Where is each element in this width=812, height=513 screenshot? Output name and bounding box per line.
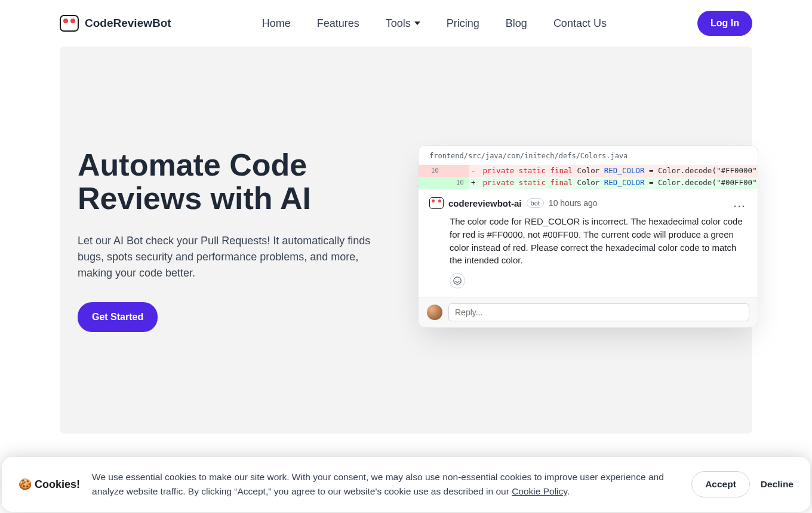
cookie-actions: Accept Decline	[691, 471, 793, 497]
nav-pricing[interactable]: Pricing	[447, 17, 479, 30]
main-header: CodeReviewBot Home Features Tools Pricin…	[0, 0, 812, 47]
nav-features[interactable]: Features	[317, 17, 359, 30]
line-number-new: 10	[444, 177, 469, 189]
review-author: codereviewbot-ai	[448, 198, 522, 208]
reaction-smile-icon[interactable]	[450, 273, 465, 288]
line-number-old	[419, 177, 444, 189]
review-body: codereviewbot-ai bot 10 hours ago … The …	[419, 189, 758, 297]
brand-logo-icon	[60, 15, 79, 32]
review-header: codereviewbot-ai bot 10 hours ago …	[429, 197, 747, 209]
get-started-button[interactable]: Get Started	[78, 302, 158, 332]
review-timestamp: 10 hours ago	[549, 198, 598, 208]
line-number-new	[444, 165, 469, 177]
review-menu-icon[interactable]: …	[733, 199, 747, 207]
hero-title: Automate Code Reviews with AI	[78, 148, 394, 215]
nav-contact[interactable]: Contact Us	[553, 17, 607, 30]
cookie-title: 🍪 Cookies!	[19, 478, 80, 491]
review-file-path: frontend/src/java/com/initech/defs/Color…	[419, 146, 758, 165]
svg-point-0	[454, 277, 461, 284]
reply-row	[419, 297, 758, 327]
code-review-card: frontend/src/java/com/initech/defs/Color…	[418, 145, 758, 328]
hero-content: Automate Code Reviews with AI Let our AI…	[72, 148, 394, 332]
cookie-banner: 🍪 Cookies! We use essential cookies to m…	[2, 457, 810, 512]
hero-section: Automate Code Reviews with AI Let our AI…	[60, 47, 752, 434]
cookie-policy-link[interactable]: Cookie Policy	[512, 486, 567, 496]
bot-avatar-icon	[429, 197, 444, 209]
svg-point-2	[459, 279, 459, 280]
line-number-old: 10	[419, 165, 444, 177]
diff-row-added: 10 + private static final Color RED_COLO…	[419, 177, 758, 189]
login-button[interactable]: Log In	[697, 11, 752, 36]
diff-code-removed: - private static final Color RED_COLOR =…	[469, 165, 758, 177]
cookie-text-after: .	[567, 486, 570, 496]
svg-point-1	[456, 279, 456, 280]
cookie-description: We use essential cookies to make our sit…	[92, 470, 679, 499]
reply-input[interactable]	[448, 303, 749, 321]
brand[interactable]: CodeReviewBot	[60, 15, 171, 32]
cookie-accept-button[interactable]: Accept	[691, 471, 750, 497]
nav-tools[interactable]: Tools	[386, 17, 420, 30]
diff-code-added: + private static final Color RED_COLOR =…	[469, 177, 758, 189]
cookie-decline-button[interactable]: Decline	[761, 479, 793, 490]
hero-description: Let our AI Bot check your Pull Requests!…	[78, 233, 376, 281]
bot-badge: bot	[527, 198, 544, 208]
review-comment-text: The color code for RED_COLOR is incorrec…	[429, 215, 747, 267]
nav-blog[interactable]: Blog	[506, 17, 527, 30]
primary-nav: Home Features Tools Pricing Blog Contact…	[262, 17, 607, 30]
chevron-down-icon	[414, 21, 420, 25]
nav-tools-label: Tools	[386, 17, 411, 30]
user-avatar-icon	[427, 305, 442, 320]
nav-home[interactable]: Home	[262, 17, 291, 30]
brand-name: CodeReviewBot	[85, 17, 171, 30]
cookie-text-before: We use essential cookies to make our sit…	[92, 472, 664, 496]
diff-row-removed: 10 - private static final Color RED_COLO…	[419, 165, 758, 177]
